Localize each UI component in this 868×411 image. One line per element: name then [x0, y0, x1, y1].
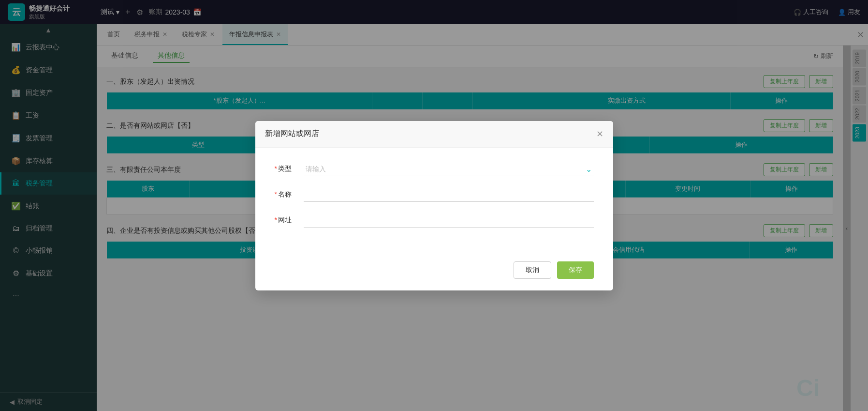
- type-field: ⌄: [304, 162, 594, 176]
- url-label: *网址: [275, 216, 304, 225]
- modal-footer: 取消 保存: [255, 254, 613, 290]
- name-label: *名称: [275, 190, 304, 199]
- type-input[interactable]: [304, 162, 594, 176]
- type-label: *类型: [275, 165, 304, 173]
- url-field: [304, 213, 594, 228]
- modal-body: *类型 ⌄ *名称 *网址: [255, 148, 613, 254]
- name-field: [304, 188, 594, 202]
- name-input[interactable]: [304, 188, 594, 202]
- form-group-url: *网址: [275, 213, 594, 228]
- url-input[interactable]: [304, 213, 594, 228]
- modal-overlay[interactable]: 新增网站或网店 ✕ *类型 ⌄ *名称: [0, 0, 868, 411]
- modal-close-button[interactable]: ✕: [596, 129, 603, 139]
- chevron-down-icon: ⌄: [586, 165, 592, 174]
- cancel-button[interactable]: 取消: [514, 261, 551, 279]
- modal-header: 新增网站或网店 ✕: [255, 121, 613, 148]
- modal-add-website: 新增网站或网店 ✕ *类型 ⌄ *名称: [255, 121, 613, 290]
- form-group-name: *名称: [275, 188, 594, 202]
- save-button[interactable]: 保存: [557, 261, 594, 279]
- form-group-type: *类型 ⌄: [275, 162, 594, 176]
- modal-title: 新增网站或网店: [265, 129, 319, 139]
